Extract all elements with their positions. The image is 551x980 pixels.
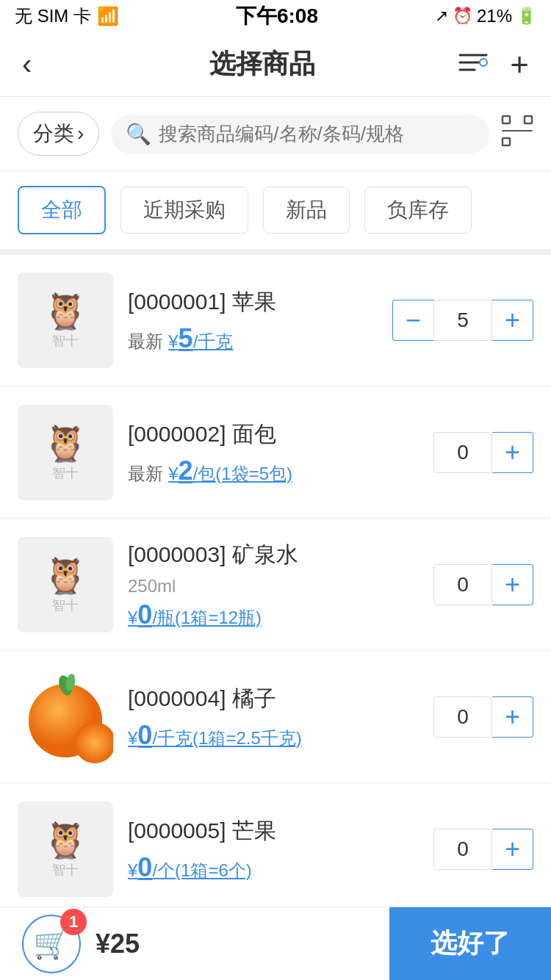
- quantity-increase-button[interactable]: +: [492, 432, 533, 473]
- tab-all[interactable]: 全部: [18, 186, 106, 234]
- product-list: 🦉 智十 [0000001] 苹果 最新 ¥5/千克 − + 🦉 智十: [0, 255, 551, 980]
- price-currency: ¥: [128, 860, 137, 880]
- quantity-input[interactable]: [433, 300, 492, 341]
- product-placeholder-image: 🦉 智十: [43, 555, 87, 614]
- product-placeholder-image: 🦉 智十: [43, 820, 87, 879]
- product-info: [0000003] 矿泉水 250ml ¥0/瓶(1箱=12瓶): [128, 540, 419, 630]
- status-bar: 无 SIM 卡 📶 下午6:08 ↗ ⏰ 21% 🔋: [0, 0, 551, 32]
- product-placeholder-image: 🦉 智十: [43, 423, 87, 482]
- product-info: [0000001] 苹果 最新 ¥5/千克: [128, 287, 378, 354]
- quantity-increase-button[interactable]: +: [492, 300, 533, 341]
- price-unit: /千克: [193, 331, 234, 351]
- price-unit: /瓶(1箱=12瓶): [152, 608, 262, 627]
- price-currency: ¥: [128, 608, 137, 627]
- price-unit: /包(1袋=5包): [193, 464, 292, 483]
- quantity-control: +: [433, 564, 533, 605]
- back-button[interactable]: ‹: [22, 48, 66, 81]
- price-value: 5: [179, 323, 193, 353]
- quantity-input[interactable]: [433, 696, 492, 738]
- product-thumbnail: 🦉 智十: [18, 537, 113, 633]
- search-row: 分类 › 🔍: [0, 97, 551, 171]
- quantity-decrease-button[interactable]: −: [392, 300, 433, 341]
- table-row: 🦉 智十 [0000001] 苹果 最新 ¥5/千克 − +: [0, 255, 551, 386]
- price-unit: /千克(1箱=2.5千克): [152, 728, 301, 748]
- alarm-icon: ⏰: [453, 7, 472, 26]
- price-value: 0: [137, 720, 152, 750]
- quantity-input[interactable]: [433, 829, 492, 870]
- price-currency: ¥: [168, 464, 178, 483]
- product-thumbnail: 🦉 智十: [18, 273, 113, 368]
- svg-rect-5: [525, 116, 532, 123]
- quantity-increase-button[interactable]: +: [492, 564, 533, 605]
- product-price: ¥0/瓶(1箱=12瓶): [128, 599, 419, 630]
- quantity-control: +: [433, 829, 533, 870]
- price-value: 0: [137, 599, 152, 630]
- price-label: 最新: [128, 464, 163, 483]
- owl-brand: 智十: [52, 332, 79, 350]
- quantity-control: − +: [392, 300, 533, 341]
- tab-negative-stock[interactable]: 负库存: [364, 187, 472, 234]
- product-info: [0000005] 芒果 ¥0/个(1箱=6个): [128, 816, 419, 883]
- search-box: 🔍: [111, 115, 489, 154]
- category-button[interactable]: 分类 ›: [18, 112, 99, 156]
- product-name: [0000003] 矿泉水: [128, 540, 419, 570]
- svg-point-3: [480, 59, 487, 66]
- svg-rect-4: [503, 116, 510, 123]
- tab-row: 全部 近期采购 新品 负库存: [0, 171, 551, 255]
- svg-rect-6: [503, 138, 510, 145]
- battery-icon: 🔋: [516, 7, 536, 26]
- quantity-control: +: [433, 432, 533, 473]
- page-title: 选择商品: [209, 46, 315, 82]
- product-name: [0000004] 橘子: [128, 684, 419, 714]
- category-chevron: ›: [77, 122, 84, 145]
- table-row: [0000004] 橘子 ¥0/千克(1箱=2.5千克) +: [0, 652, 551, 782]
- search-icon: 🔍: [126, 122, 151, 146]
- product-thumbnail: 🦉 智十: [18, 405, 113, 500]
- quantity-increase-button[interactable]: +: [492, 829, 533, 870]
- quantity-control: +: [433, 696, 533, 738]
- carrier-label: 无 SIM 卡: [15, 4, 91, 28]
- battery-label: 21%: [477, 6, 512, 26]
- bottom-bar: 🛒 1 ¥25 选好了: [0, 907, 551, 980]
- nav-bar: ‹ 选择商品 +: [0, 32, 551, 97]
- search-input[interactable]: [159, 123, 475, 145]
- scan-barcode-button[interactable]: [501, 115, 533, 154]
- price-value: 2: [179, 455, 193, 486]
- owl-brand: 智十: [52, 597, 79, 614]
- owl-brand: 智十: [52, 861, 79, 879]
- price-label: 最新: [128, 331, 163, 351]
- filter-icon[interactable]: [458, 48, 488, 81]
- cart-button[interactable]: 🛒 1: [22, 915, 81, 973]
- product-thumbnail: 🦉 智十: [18, 801, 113, 897]
- owl-icon: 🦉: [43, 555, 87, 597]
- product-placeholder-image: 🦉 智十: [43, 291, 87, 350]
- status-left: 无 SIM 卡 📶: [15, 4, 119, 28]
- quantity-increase-button[interactable]: +: [492, 696, 533, 738]
- price-value: 0: [137, 852, 152, 882]
- table-row: 🦉 智十 [0000005] 芒果 ¥0/个(1箱=6个) +: [0, 784, 551, 915]
- quantity-input[interactable]: [433, 564, 492, 605]
- table-row: 🦉 智十 [0000002] 面包 最新 ¥2/包(1袋=5包) +: [0, 387, 551, 518]
- quantity-input[interactable]: [433, 432, 492, 473]
- status-right: ↗ ⏰ 21% 🔋: [435, 6, 536, 26]
- owl-brand: 智十: [52, 464, 79, 482]
- product-name: [0000001] 苹果: [128, 287, 378, 317]
- confirm-selection-button[interactable]: 选好了: [389, 907, 551, 981]
- tab-new[interactable]: 新品: [263, 187, 350, 234]
- category-label: 分类: [33, 120, 74, 148]
- add-product-button[interactable]: +: [510, 46, 529, 83]
- product-name: [0000005] 芒果: [128, 816, 419, 846]
- owl-icon: 🦉: [43, 820, 87, 861]
- product-thumbnail: [18, 669, 113, 765]
- product-price: ¥0/千克(1箱=2.5千克): [128, 720, 419, 751]
- product-price: 最新 ¥5/千克: [128, 323, 378, 354]
- product-spec: 250ml: [128, 576, 419, 597]
- price-currency: ¥: [128, 728, 137, 748]
- owl-icon: 🦉: [43, 291, 87, 332]
- table-row: 🦉 智十 [0000003] 矿泉水 250ml ¥0/瓶(1箱=12瓶) +: [0, 519, 551, 650]
- price-unit: /个(1箱=6个): [152, 860, 251, 880]
- cart-section: 🛒 1 ¥25: [0, 915, 389, 973]
- wifi-icon: 📶: [97, 6, 119, 26]
- tab-recent[interactable]: 近期采购: [120, 187, 248, 234]
- status-time: 下午6:08: [236, 2, 318, 30]
